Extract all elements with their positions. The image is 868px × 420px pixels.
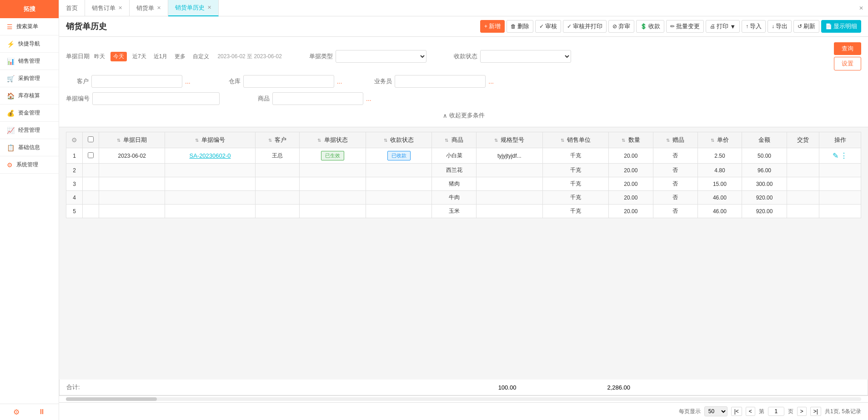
- th-goods[interactable]: ⇅ 商品: [432, 132, 477, 148]
- collect-button[interactable]: 💲 收款: [636, 20, 664, 33]
- goods-input[interactable]: [272, 92, 363, 105]
- batch-change-button[interactable]: ✏ 批量变更: [666, 20, 704, 33]
- filter-settings-button[interactable]: 设置: [834, 57, 861, 70]
- cell-index-1: 2: [66, 164, 83, 177]
- sidebar-item-purchase[interactable]: 🛒 采购管理: [0, 70, 59, 87]
- sidebar-item-system[interactable]: ⚙ 系统管理: [0, 156, 59, 174]
- doc-type-select[interactable]: [336, 50, 426, 63]
- doc-type-filter: 单据类型: [309, 50, 426, 63]
- sidebar-item-finance[interactable]: 💰 资金管理: [0, 105, 59, 122]
- export-button[interactable]: ↓ 导出: [768, 20, 792, 33]
- sidebar-settings-btn[interactable]: ⚙: [13, 408, 20, 416]
- customer-picker-btn[interactable]: ...: [185, 78, 191, 85]
- th-customer[interactable]: ⇅ 客户: [255, 132, 300, 148]
- custom-shortcut[interactable]: 自定义: [191, 52, 211, 61]
- cell-goods-1: 西兰花: [432, 164, 477, 177]
- cell-payment-status-0: 已收款: [366, 148, 431, 164]
- column-settings-icon[interactable]: ⚙: [71, 136, 77, 144]
- th-settings[interactable]: ⚙: [66, 132, 83, 148]
- scrollbar-thumb[interactable]: [66, 397, 157, 401]
- sort-quantity-icon: ⇅: [622, 138, 625, 143]
- next-page-btn[interactable]: >: [797, 407, 807, 416]
- today-shortcut[interactable]: 今天: [110, 52, 127, 61]
- filter-row-1: 单据日期 昨天 今天 近7天 近1月 更多 自定义 2023-06-02 至 2…: [66, 42, 861, 70]
- tab-sales-order[interactable]: 销售订单 ✕: [85, 0, 130, 16]
- date-label: 单据日期: [66, 52, 90, 60]
- show-detail-button[interactable]: 📄 显示明细: [821, 20, 861, 33]
- page-input[interactable]: [768, 407, 784, 416]
- payment-status-select[interactable]: [480, 50, 571, 63]
- cell-sales-unit-1: 千克: [542, 164, 608, 177]
- th-quantity[interactable]: ⇅ 数量: [608, 132, 653, 148]
- warehouse-input[interactable]: [243, 75, 334, 88]
- week-shortcut[interactable]: 近7天: [130, 52, 148, 61]
- last-page-btn[interactable]: >|: [810, 407, 821, 416]
- warehouse-picker-btn[interactable]: ...: [337, 78, 342, 85]
- footer-values: 100.00 2,286.00: [89, 384, 861, 391]
- th-doc-number[interactable]: ⇅ 单据编号: [165, 132, 255, 148]
- new-button[interactable]: + 新增: [480, 20, 505, 33]
- th-payment-status[interactable]: ⇅ 收款状态: [366, 132, 431, 148]
- doc-number-link[interactable]: SA-20230602-0: [189, 152, 231, 159]
- tab-sales-history-close[interactable]: ✕: [207, 5, 211, 10]
- sidebar-item-inventory[interactable]: 🏠 库存核算: [0, 87, 59, 105]
- row-checkbox-0[interactable]: [88, 152, 94, 158]
- tab-sales-goods[interactable]: 销货单 ✕: [130, 0, 168, 16]
- print-button[interactable]: 🖨 打印 ▼: [706, 20, 740, 33]
- query-button[interactable]: 查询: [834, 42, 861, 55]
- tab-sales-history[interactable]: 销货单历史 ✕: [168, 0, 219, 16]
- th-transaction[interactable]: 交货: [787, 132, 819, 148]
- close-all-tabs[interactable]: ✕: [854, 5, 868, 11]
- audit-button[interactable]: ✓ 审核: [535, 20, 561, 33]
- page-size-select[interactable]: 20 50 100 200: [704, 406, 728, 416]
- yesterday-shortcut[interactable]: 昨天: [92, 52, 107, 61]
- edit-btn[interactable]: ✎: [833, 151, 838, 160]
- prev-page-btn[interactable]: <: [746, 407, 755, 416]
- cell-index-2: 3: [66, 177, 83, 191]
- doc-number-label: 单据编号: [66, 95, 90, 103]
- delete-button[interactable]: 🗑 删除: [507, 20, 533, 33]
- cell-gift-3: 否: [653, 191, 697, 205]
- th-amount[interactable]: 金额: [742, 132, 787, 148]
- refresh-button[interactable]: ↺ 刷新: [793, 20, 819, 33]
- th-unit-price[interactable]: ⇅ 单价: [697, 132, 742, 148]
- tab-sales-goods-close[interactable]: ✕: [157, 5, 161, 11]
- select-all-checkbox[interactable]: [88, 136, 94, 142]
- cell-doc-date-1: [99, 164, 165, 177]
- tab-sales-order-close[interactable]: ✕: [118, 5, 122, 11]
- import-button[interactable]: ↑ 导入: [742, 20, 766, 33]
- audit-print-button[interactable]: ✓ 审核并打印: [563, 20, 607, 33]
- cell-action-4: [819, 205, 861, 218]
- filter-area: 单据日期 昨天 今天 近7天 近1月 更多 自定义 2023-06-02 至 2…: [59, 37, 868, 127]
- sidebar-item-sales[interactable]: 📊 销售管理: [0, 53, 59, 70]
- first-page-btn[interactable]: |<: [731, 407, 742, 416]
- th-doc-date[interactable]: ⇅ 单据日期: [99, 132, 165, 148]
- salesman-input[interactable]: [395, 75, 486, 88]
- tab-home[interactable]: 首页: [59, 0, 85, 16]
- month-shortcut[interactable]: 近1月: [152, 52, 170, 61]
- customer-input[interactable]: [91, 75, 182, 88]
- th-spec[interactable]: ⇅ 规格型号: [477, 132, 542, 148]
- doc-number-input[interactable]: [92, 92, 220, 105]
- sidebar-item-operations[interactable]: 📈 经营管理: [0, 122, 59, 139]
- sidebar-item-search[interactable]: ☰ 搜索菜单: [0, 18, 59, 35]
- abandon-button[interactable]: ⊘ 弃审: [608, 20, 634, 33]
- cell-sales-unit-2: 千克: [542, 177, 608, 191]
- goods-picker-btn[interactable]: ...: [366, 95, 371, 102]
- sidebar-item-quick-nav[interactable]: ⚡ 快捷导航: [0, 35, 59, 53]
- collapse-btn[interactable]: ∧ 收起更多条件: [66, 110, 861, 121]
- cell-doc-number-0[interactable]: SA-20230602-0: [165, 148, 255, 164]
- more-shortcut[interactable]: 更多: [173, 52, 187, 61]
- cell-doc-status-2: [300, 177, 366, 191]
- more-btn[interactable]: ⋮: [840, 151, 848, 160]
- sidebar-item-basic-info[interactable]: 📋 基础信息: [0, 139, 59, 156]
- sidebar-collapse-btn[interactable]: ⏸: [38, 408, 45, 416]
- th-gift[interactable]: ⇅ 赠品: [653, 132, 697, 148]
- th-doc-status[interactable]: ⇅ 单据状态: [300, 132, 366, 148]
- salesman-picker-btn[interactable]: ...: [488, 78, 494, 85]
- th-sales-unit[interactable]: ⇅ 销售单位: [542, 132, 608, 148]
- data-table: ⚙ ⇅ 单据日期 ⇅ 单据编号: [66, 132, 861, 218]
- doc-number-filter: 单据编号: [66, 92, 220, 105]
- cell-amount-3: 920.00: [742, 191, 787, 205]
- page-header: 销货单历史 + 新增 🗑 删除 ✓ 审核 ✓ 审核并打印: [59, 16, 868, 37]
